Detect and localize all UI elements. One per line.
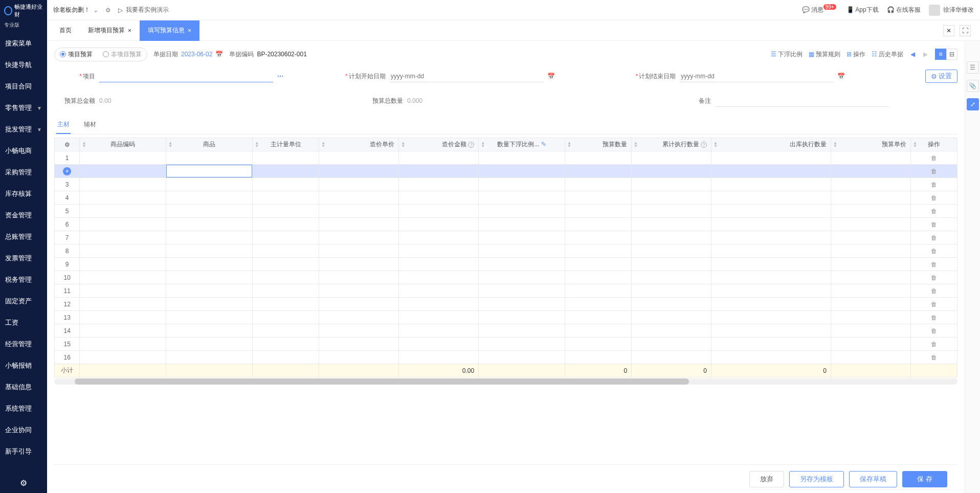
table-row[interactable]: 4🗑 bbox=[55, 191, 957, 205]
close-all-tabs-button[interactable]: ✕ bbox=[943, 25, 954, 36]
horizontal-scrollbar[interactable] bbox=[54, 378, 957, 385]
table-row[interactable]: 13🗑 bbox=[55, 311, 957, 324]
table-row[interactable]: 15🗑 bbox=[55, 338, 957, 351]
sort-icon[interactable]: ▲▼ bbox=[714, 142, 718, 148]
sidebar-item[interactable]: 小畅电商 bbox=[0, 140, 47, 162]
user-menu[interactable]: 徐泽华修改 bbox=[929, 5, 974, 16]
discard-button[interactable]: 放弃 bbox=[749, 471, 784, 487]
sidebar-item[interactable]: 工资 bbox=[0, 312, 47, 333]
sort-icon[interactable]: ▲▼ bbox=[401, 142, 405, 148]
delete-icon[interactable]: 🗑 bbox=[931, 154, 937, 162]
project-lookup-button[interactable]: ⋯ bbox=[277, 73, 283, 80]
sidebar-item[interactable]: 固定资产 bbox=[0, 290, 47, 312]
table-row[interactable]: 9🗑 bbox=[55, 258, 957, 271]
column-header[interactable]: 操作 bbox=[928, 141, 940, 148]
sort-icon[interactable]: ▲▼ bbox=[833, 142, 837, 148]
calendar-icon[interactable]: 📅 bbox=[215, 51, 223, 58]
sidebar-item[interactable]: 搜索菜单 bbox=[0, 33, 47, 54]
help-icon[interactable]: ? bbox=[468, 142, 474, 148]
table-row[interactable]: 12🗑 bbox=[55, 298, 957, 311]
tab-main-material[interactable]: 主材 bbox=[56, 116, 71, 134]
delete-icon[interactable]: 🗑 bbox=[931, 208, 937, 215]
delete-icon[interactable]: 🗑 bbox=[931, 354, 937, 361]
column-header[interactable]: 预算数量 bbox=[603, 141, 627, 148]
sort-icon[interactable]: ▲▼ bbox=[567, 142, 571, 148]
settings-button[interactable]: ⚙设置 bbox=[925, 70, 957, 83]
page-tab[interactable]: 首页 bbox=[51, 20, 80, 41]
table-row[interactable]: 6🗑 bbox=[55, 218, 957, 231]
rail-attachment-button[interactable]: 📎 bbox=[967, 80, 979, 92]
sidebar-item[interactable]: 资金管理 bbox=[0, 205, 47, 226]
sidebar-item[interactable]: 系统管理 bbox=[0, 398, 47, 419]
radio-non-project-budget[interactable]: 非项目预算 bbox=[98, 48, 147, 61]
messages-link[interactable]: 💬 消息 99+ bbox=[802, 6, 838, 14]
plan-end-input[interactable] bbox=[680, 71, 833, 82]
sort-icon[interactable]: ▲▼ bbox=[481, 142, 485, 148]
close-icon[interactable]: × bbox=[128, 27, 131, 34]
operations-link[interactable]: ⊞操作 bbox=[847, 50, 865, 59]
float-ratio-link[interactable]: ☰下浮比例 bbox=[771, 50, 803, 59]
column-header[interactable]: 商品 bbox=[203, 141, 215, 148]
sidebar-item[interactable]: 新手引导 bbox=[0, 441, 47, 462]
help-icon[interactable]: ? bbox=[701, 142, 707, 148]
sidebar-item[interactable]: 采购管理 bbox=[0, 162, 47, 183]
sidebar-item[interactable]: 税务管理 bbox=[0, 269, 47, 290]
project-input[interactable] bbox=[99, 71, 273, 82]
save-draft-button[interactable]: 保存草稿 bbox=[849, 471, 897, 487]
rail-notes-button[interactable]: ☰ bbox=[967, 61, 979, 74]
delete-icon[interactable]: 🗑 bbox=[931, 274, 937, 281]
view-card-button[interactable]: ⊟ bbox=[946, 49, 957, 60]
column-header[interactable]: 商品编码 bbox=[110, 141, 135, 148]
column-header[interactable]: 造价单价 bbox=[370, 141, 394, 148]
gear-icon[interactable]: ⚙ bbox=[105, 7, 111, 14]
column-header[interactable]: 造价金额 bbox=[442, 141, 466, 148]
delete-icon[interactable]: 🗑 bbox=[931, 314, 937, 321]
account-selector[interactable]: 徐老板勿删！ ⌄ bbox=[53, 6, 98, 14]
column-header[interactable]: 预算单价 bbox=[882, 141, 906, 148]
column-header[interactable]: 数量下浮比例... bbox=[497, 141, 539, 148]
sort-icon[interactable]: ▲▼ bbox=[82, 142, 86, 148]
rail-expand-button[interactable]: ⤢ bbox=[967, 98, 979, 110]
table-row[interactable]: 10🗑 bbox=[55, 271, 957, 284]
fullscreen-button[interactable]: ⛶ bbox=[960, 25, 971, 36]
sort-icon[interactable]: ▲▼ bbox=[913, 142, 917, 148]
table-row[interactable]: 5🗑 bbox=[55, 205, 957, 218]
page-tab[interactable]: 填写预算信息× bbox=[140, 20, 199, 41]
sidebar-item[interactable]: 批发管理▼ bbox=[0, 119, 47, 140]
delete-icon[interactable]: 🗑 bbox=[931, 181, 937, 188]
sidebar-item[interactable]: 企业协同 bbox=[0, 419, 47, 441]
table-row[interactable]: 14🗑 bbox=[55, 324, 957, 338]
plan-start-input[interactable] bbox=[390, 71, 543, 82]
sort-icon[interactable]: ▲▼ bbox=[321, 142, 325, 148]
sort-icon[interactable]: ▲▼ bbox=[634, 142, 638, 148]
app-download-link[interactable]: 📱 App下载 bbox=[847, 6, 879, 14]
sidebar-item[interactable]: 发票管理 bbox=[0, 248, 47, 269]
tab-aux-material[interactable]: 辅材 bbox=[83, 116, 97, 134]
sidebar-item[interactable]: 总账管理 bbox=[0, 226, 47, 248]
budget-rule-link[interactable]: ▦预算规则 bbox=[809, 50, 840, 59]
column-header[interactable]: 累计执行数量 bbox=[662, 141, 699, 148]
history-link[interactable]: ☷历史单据 bbox=[872, 50, 903, 59]
column-header[interactable]: 主计量单位 bbox=[271, 141, 301, 148]
table-row[interactable]: +🗑 bbox=[55, 165, 957, 178]
table-row[interactable]: 11🗑 bbox=[55, 284, 957, 298]
page-tab[interactable]: 新增项目预算× bbox=[80, 20, 140, 41]
settings-gear-icon[interactable]: ⚙ bbox=[0, 473, 47, 493]
sidebar-item[interactable]: 库存核算 bbox=[0, 183, 47, 205]
delete-icon[interactable]: 🗑 bbox=[931, 221, 937, 228]
view-list-button[interactable]: ≡ bbox=[935, 49, 946, 60]
delete-icon[interactable]: 🗑 bbox=[931, 194, 937, 201]
column-header[interactable]: 出库执行数量 bbox=[790, 141, 827, 148]
radio-project-budget[interactable]: 项目预算 bbox=[55, 48, 98, 61]
gear-icon[interactable]: ⚙ bbox=[64, 141, 70, 148]
sidebar-item[interactable]: 基础信息 bbox=[0, 376, 47, 398]
add-row-button[interactable]: + bbox=[63, 167, 71, 175]
table-row[interactable]: 7🗑 bbox=[55, 231, 957, 244]
sort-icon[interactable]: ▲▼ bbox=[255, 142, 259, 148]
save-template-button[interactable]: 另存为模板 bbox=[789, 471, 844, 487]
table-row[interactable]: 3🗑 bbox=[55, 178, 957, 191]
cell-editor[interactable] bbox=[166, 165, 252, 177]
table-row[interactable]: 1🗑 bbox=[55, 151, 957, 165]
save-button[interactable]: 保 存 bbox=[902, 471, 947, 487]
doc-date-value[interactable]: 2023-06-02 bbox=[181, 51, 212, 58]
